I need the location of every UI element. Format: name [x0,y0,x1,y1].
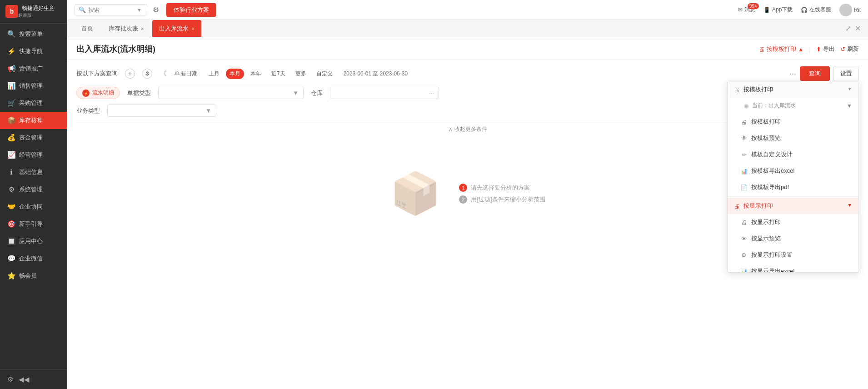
print-template-button[interactable]: 🖨 按模板打印 ▲ [759,45,804,53]
username-label: Rit [854,7,861,13]
current-month-btn[interactable]: 本月 [226,69,244,79]
dropdown-template-export-pdf[interactable]: 📄 按模板导出pdf [728,179,858,195]
sidebar-item-marketing[interactable]: 📢 营销推广 [0,60,67,77]
trial-button[interactable]: 体验行业方案 [166,3,216,17]
current-year-btn[interactable]: 本年 [247,69,265,79]
footer-collapse-icon[interactable]: ◀◀ [19,375,30,384]
sidebar-item-search-menu[interactable]: 🔍 搜索菜单 [0,25,67,43]
warehouse-select[interactable]: ··· [330,87,439,99]
business-type-select[interactable]: ▼ [107,105,216,117]
current-template-label: 当前：出入库流水 [752,102,796,110]
dropdown-display-export-excel[interactable]: 📊 按显示导出excel [728,263,858,272]
filter-row-1: 按以下方案查询 + ⚙ 《 单据日期 上月 本月 本年 近7天 更多 自定义 2… [76,66,859,81]
sidebar-item-label: 采购管理 [19,99,43,107]
doc-type-select[interactable]: ▼ [158,87,304,99]
refresh-button[interactable]: ↺ 刷新 [840,45,859,53]
message-button[interactable]: ✉ 消息 99+ [738,6,755,14]
filter-add-button[interactable]: + [125,69,135,79]
query-button[interactable]: 查询 [800,66,830,81]
print-icon: 🖨 [740,118,748,125]
sidebar-item-inventory[interactable]: 📦 库存核算 [0,112,67,129]
dropdown-template-print-header[interactable]: 🖨 按模板打印 ▲ [728,81,858,98]
dropdown-display-preview[interactable]: 👁 按显示预览 [728,230,858,247]
sidebar-item-label: 营销推广 [19,65,43,73]
svg-text:⚡: ⚡ [84,91,88,95]
template-custom-label: 模板自定义设计 [751,150,793,159]
dropdown-display-print-settings[interactable]: ⚙ 按显示打印设置 [728,247,858,263]
marketing-icon: 📢 [7,65,15,73]
sidebar-item-label: 基础信息 [19,168,43,176]
search-input[interactable] [89,7,134,13]
page-actions: 🖨 按模板打印 ▲ | ⬆ 导出 ↺ 刷新 [759,45,859,53]
sidebar-item-label: 应用中心 [19,237,43,245]
more-dates-btn[interactable]: 更多 [292,69,310,79]
close-tab-inventory-batch[interactable]: × [141,26,144,31]
sidebar-item-label: 销售管理 [19,82,43,90]
last-month-btn[interactable]: 上月 [205,69,223,79]
sidebar-item-label: 新手引导 [19,220,43,228]
sidebar-item-finance[interactable]: 💰 资金管理 [0,129,67,146]
user-area[interactable]: Rit [839,4,861,16]
sidebar-item-app-center[interactable]: 🔲 应用中心 [0,233,67,250]
export-button[interactable]: ⬆ 导出 [816,45,835,53]
tip-2-text: 用[过滤]条件来缩小分析范围 [471,195,545,204]
template-preview-label: 按模板预览 [751,134,781,142]
sidebar-item-basic-info[interactable]: ℹ 基础信息 [0,164,67,181]
filter-collapse-button[interactable]: 《 [160,69,167,79]
sidebar-item-label: 搜索菜单 [19,30,43,38]
sidebar-item-newbie[interactable]: 🎯 新手引导 [0,215,67,233]
display-print-icon: 🖨 [740,219,748,226]
dropdown-display-print-header[interactable]: 🖨 按显示打印 ▲ [728,198,858,214]
collapse-button[interactable]: ∧ 收起更多条件 [449,125,487,133]
tab-inventory-batch[interactable]: 库存批次账 × [102,20,150,37]
close-window-icon[interactable]: ✕ [855,24,861,33]
header-search-box[interactable]: 🔍 ▼ [75,4,147,15]
search-icon: 🔍 [79,6,86,13]
empty-tip-2: 2 用[过滤]条件来缩小分析范围 [459,195,545,204]
sidebar-item-membership[interactable]: ⭐ 畅会员 [0,267,67,284]
search-menu-icon: 🔍 [7,30,15,38]
app-download-button[interactable]: 📱 App下载 [763,6,793,14]
app-logo-icon: b [5,5,18,18]
tip-number-2: 2 [459,195,467,204]
close-tab-stock-flow[interactable]: × [191,26,194,31]
header-gear-icon[interactable]: ⚙ [153,5,159,14]
sidebar-item-operation[interactable]: 📈 经营管理 [0,146,67,164]
settings-button[interactable]: 设置 [833,66,859,81]
sidebar-item-system[interactable]: ⚙ 系统管理 [0,181,67,198]
filter-settings-button[interactable]: ⚙ [142,69,152,79]
sidebar-item-wechat[interactable]: 💬 企业微信 [0,250,67,267]
inventory-icon: 📦 [7,116,15,125]
display-export-excel-label: 按显示导出excel [751,267,794,272]
display-preview-icon: 👁 [740,235,748,242]
enterprise-icon: 🤝 [7,203,15,211]
chevron-up-icon: ▲ [798,46,804,53]
doc-type-filter-label: 单据类型 [127,89,151,97]
last-7-days-btn[interactable]: 近7天 [268,69,289,79]
dropdown-display-print[interactable]: 🖨 按显示打印 [728,214,858,230]
tab-stock-flow[interactable]: 出入库流水 × [152,20,201,37]
maximize-icon[interactable]: ⤢ [845,24,851,33]
online-service-button[interactable]: 🎧 在线客服 [801,6,831,14]
tab-home[interactable]: 首页 [75,20,100,37]
dropdown-template-print[interactable]: 🖨 按模板打印 [728,114,858,130]
tip-number-1: 1 [459,184,467,192]
sidebar-item-purchase[interactable]: 🛒 采购管理 [0,95,67,112]
excel-icon: 📊 [740,167,748,175]
dropdown-template-export-excel[interactable]: 📊 按模板导出excel [728,163,858,179]
sidebar-item-enterprise[interactable]: 🤝 企业协同 [0,198,67,215]
page-title: 出入库流水(流水明细) [76,44,155,55]
dropdown-template-custom[interactable]: ✏ 模板自定义设计 [728,146,858,163]
custom-dates-btn[interactable]: 自定义 [313,69,336,79]
sidebar-item-quick-nav[interactable]: ⚡ 快捷导航 [0,43,67,60]
sidebar-item-sales[interactable]: 📊 销售管理 [0,77,67,95]
export-icon: ⬆ [816,46,821,53]
footer-settings-icon[interactable]: ⚙ [7,375,13,384]
message-badge: 99+ [748,3,759,9]
print-dropdown-panel: 🖨 按模板打印 ▲ ◉ 当前：出入库流水 ▼ 🖨 按模板打印 [727,81,859,273]
sidebar-item-label: 快捷导航 [19,47,43,55]
dropdown-template-preview[interactable]: 👁 按模板预览 [728,130,858,146]
sidebar-logo: b 畅捷通好生意 标准版 [0,0,67,24]
tab-bar: 首页 库存批次账 × 出入库流水 × ⤢ ✕ [67,20,868,37]
refresh-icon: ↺ [840,46,845,53]
